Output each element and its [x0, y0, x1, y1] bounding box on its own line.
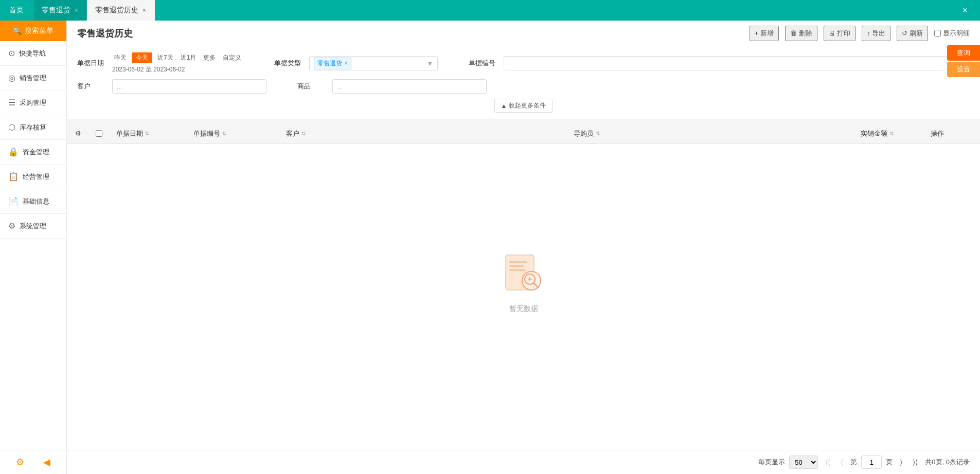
- sidebar-item-operation[interactable]: 📋 经营管理: [0, 165, 66, 189]
- th-amount-sort-icon[interactable]: ⇅: [889, 131, 894, 136]
- top-bar: 首页 零售退货 × 零售退货历史 × ×: [0, 0, 980, 21]
- print-button[interactable]: 🖨 打印: [824, 26, 856, 41]
- sidebar-item-sales-label: 销售管理: [20, 74, 46, 83]
- sidebar-item-basic-label: 基础信息: [23, 197, 49, 206]
- settings-bottom-icon[interactable]: ⚙: [16, 457, 24, 468]
- th-customer[interactable]: 客户 ⇅: [286, 129, 574, 138]
- sidebar-item-system[interactable]: ⚙ 系统管理: [0, 214, 66, 239]
- sidebar-item-inventory-label: 库存核算: [20, 123, 46, 132]
- tab-retail-return-history-close[interactable]: ×: [142, 7, 146, 14]
- sidebar-item-basic[interactable]: 📄 基础信息: [0, 189, 66, 214]
- th-number-sort-icon[interactable]: ⇅: [222, 131, 226, 136]
- th-date[interactable]: 单据日期 ⇅: [116, 129, 193, 138]
- sales-icon: ◎: [8, 73, 15, 83]
- sidebar-bottom: ⚙ ◀: [0, 450, 66, 474]
- page-number-input[interactable]: [861, 455, 882, 469]
- display-label: 显示明细: [943, 29, 970, 38]
- filter-row-2: 客户 ... 商品 ...: [77, 79, 970, 94]
- shortcut-custom[interactable]: 自定义: [221, 52, 243, 63]
- type-select[interactable]: 零售退货 × ▼: [309, 56, 438, 70]
- new-button[interactable]: + 新增: [750, 26, 779, 41]
- operation-icon: 📋: [8, 172, 19, 181]
- page-last-button[interactable]: ⟩⟩: [910, 457, 921, 467]
- number-filter-label: 单据编号: [469, 59, 500, 68]
- th-customer-sort-icon[interactable]: ⇅: [301, 131, 306, 136]
- collapse-label: 收起更多条件: [509, 101, 546, 110]
- sidebar-item-purchase[interactable]: ☰ 采购管理: [0, 90, 66, 115]
- refresh-button[interactable]: ↺ 刷新: [897, 26, 928, 41]
- table-settings-icon[interactable]: ⚙: [75, 130, 96, 137]
- sidebar-item-sales[interactable]: ◎ 销售管理: [0, 66, 66, 90]
- type-tag-label: 零售退货: [317, 59, 342, 68]
- empty-icon: [498, 250, 549, 296]
- goods-filter-label: 商品: [297, 82, 328, 91]
- th-guide-sort-icon[interactable]: ⇅: [596, 131, 600, 136]
- export-button[interactable]: ↑ 导出: [862, 26, 890, 41]
- empty-state: 暂无数据: [67, 144, 980, 450]
- sidebar-search[interactable]: 🔍 搜索菜单: [0, 21, 66, 41]
- th-customer-label: 客户: [286, 129, 299, 138]
- collapse-sidebar-icon[interactable]: ◀: [43, 457, 50, 468]
- page-label: 页: [886, 458, 893, 467]
- select-all-checkbox[interactable]: [96, 130, 102, 137]
- page-size-label: 每页显示: [758, 458, 785, 467]
- table-area: ⚙ 单据日期 ⇅ 单据编号 ⇅ 客户 ⇅ 导购员 ⇅: [67, 123, 980, 474]
- th-date-sort-icon[interactable]: ⇅: [145, 131, 149, 136]
- collapse-up-icon: ▲: [501, 102, 507, 110]
- sidebar-item-system-label: 系统管理: [20, 222, 46, 231]
- tab-retail-return-history[interactable]: 零售退货历史 ×: [87, 0, 155, 21]
- sidebar-item-finance[interactable]: 🔒 资金管理: [0, 140, 66, 165]
- customer-select[interactable]: ...: [112, 79, 266, 94]
- page-unit-label: 第: [850, 458, 857, 467]
- shortcut-week[interactable]: 近7天: [155, 52, 175, 63]
- th-guide[interactable]: 导购员 ⇅: [574, 129, 861, 138]
- customer-filter: 客户 ...: [77, 79, 266, 94]
- type-tag-close[interactable]: ×: [344, 60, 348, 67]
- settings-button[interactable]: 设置: [947, 62, 980, 77]
- goods-select[interactable]: ...: [332, 79, 487, 94]
- quick-nav-icon: ⊙: [8, 48, 15, 58]
- shortcut-yesterday[interactable]: 昨天: [112, 52, 129, 63]
- shortcut-month[interactable]: 近1月: [179, 52, 199, 63]
- header-actions: + 新增 🗑 删除 🖨 打印 ↑ 导出 ↺ 刷新 显示明细: [750, 26, 970, 41]
- basic-icon: 📄: [8, 196, 19, 206]
- display-checkbox[interactable]: [934, 30, 941, 37]
- empty-text: 暂无数据: [509, 304, 538, 314]
- date-filter: 单据日期 昨天 今天 近7天 近1月 更多 自定义 2023-06-02 至 2…: [77, 52, 243, 74]
- sidebar-item-finance-label: 资金管理: [23, 148, 49, 157]
- tab-retail-return-close[interactable]: ×: [75, 7, 78, 14]
- page-prev-button[interactable]: ⟨: [838, 457, 846, 467]
- delete-button[interactable]: 🗑 删除: [785, 26, 817, 41]
- th-amount[interactable]: 实销金额 ⇅: [861, 129, 922, 138]
- page-title: 零售退货历史: [77, 27, 133, 40]
- page-size-select[interactable]: 50 20 100: [789, 455, 818, 469]
- svg-rect-2: [509, 265, 524, 267]
- tab-retail-return[interactable]: 零售退货 ×: [33, 0, 87, 21]
- finance-icon: 🔒: [8, 147, 19, 157]
- page-next-button[interactable]: ⟩: [897, 457, 905, 467]
- sidebar-item-quick-nav[interactable]: ⊙ 快捷导航: [0, 41, 66, 66]
- th-amount-label: 实销金额: [861, 129, 887, 138]
- query-button[interactable]: 查询: [947, 45, 980, 61]
- svg-rect-3: [509, 269, 526, 271]
- system-icon: ⚙: [8, 221, 15, 231]
- app-close-button[interactable]: ×: [958, 3, 972, 18]
- page-first-button[interactable]: ⟨⟨: [822, 457, 833, 467]
- query-settings-bar: 查询 设置: [947, 45, 980, 77]
- filter-area: 单据日期 昨天 今天 近7天 近1月 更多 自定义 2023-06-02 至 2…: [67, 46, 980, 119]
- th-action: 操作: [931, 129, 972, 138]
- display-toggle[interactable]: 显示明细: [934, 29, 970, 38]
- number-input[interactable]: [504, 56, 970, 70]
- search-icon: 🔍: [13, 27, 22, 35]
- collapse-button[interactable]: ▲ 收起更多条件: [494, 99, 553, 113]
- shortcut-today[interactable]: 今天: [132, 52, 152, 63]
- th-number[interactable]: 单据编号 ⇅: [193, 129, 286, 138]
- shortcut-more[interactable]: 更多: [201, 52, 218, 63]
- sidebar-item-purchase-label: 采购管理: [20, 98, 46, 107]
- tab-home[interactable]: 首页: [0, 0, 33, 21]
- th-number-label: 单据编号: [193, 129, 220, 138]
- sidebar-item-inventory[interactable]: ⬡ 库存核算: [0, 115, 66, 140]
- sidebar: 🔍 搜索菜单 ⊙ 快捷导航 ◎ 销售管理 ☰ 采购管理 ⬡ 库存核算 🔒 资金管…: [0, 21, 67, 474]
- table-checkbox-all[interactable]: [96, 130, 116, 137]
- type-filter: 单据类型 零售退货 × ▼: [274, 56, 438, 70]
